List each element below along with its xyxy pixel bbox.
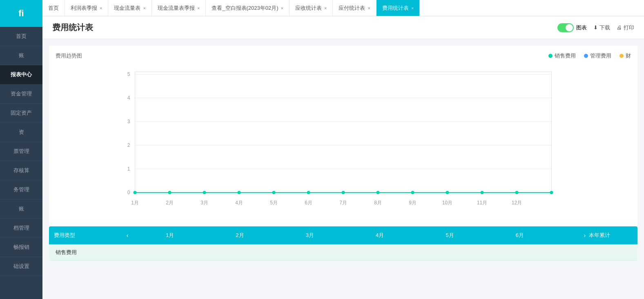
- sidebar-item-ledger[interactable]: 账: [0, 199, 42, 219]
- table-header: 费用类型 ‹ 1月 2月 3月 4月 5月 6月 › 本年累计: [49, 226, 637, 244]
- page-title: 费用统计表: [52, 22, 93, 33]
- th-total: › 本年累计: [555, 232, 637, 239]
- tab-bar: 首页 利润表季报 × 现金流量表 × 现金流量表季报 × 查看_空白报表(202…: [42, 0, 644, 16]
- svg-point-21: [411, 191, 414, 194]
- sidebar-item-reports[interactable]: 报表中心: [0, 65, 42, 84]
- svg-text:3月: 3月: [201, 200, 208, 206]
- sidebar-item-expense[interactable]: 畅报销: [0, 238, 42, 257]
- tab-cashflow-quarterly[interactable]: 现金流量表季报 ×: [152, 0, 206, 16]
- sidebar-item-inventory[interactable]: 存核算: [0, 161, 42, 180]
- svg-point-20: [377, 191, 380, 194]
- svg-text:9月: 9月: [409, 200, 417, 206]
- content-area: 费用统计表 图表 ⬇ 下载 🖨 打印 费用趋势图: [42, 16, 644, 299]
- legend-label-admin: 管理费用: [590, 52, 611, 60]
- svg-point-24: [515, 191, 519, 194]
- tab-close-receivable[interactable]: ×: [324, 6, 327, 11]
- tab-cashflow[interactable]: 现金流量表 ×: [108, 0, 152, 16]
- legend-label-finance: 财: [626, 52, 631, 60]
- legend-sales: 销售费用: [548, 52, 576, 60]
- svg-point-15: [203, 191, 206, 194]
- svg-text:7月: 7月: [339, 200, 347, 206]
- svg-text:0: 0: [127, 190, 130, 195]
- print-button[interactable]: 🖨 打印: [617, 24, 634, 31]
- tab-close-cashflow[interactable]: ×: [143, 6, 145, 11]
- svg-text:3: 3: [127, 119, 130, 124]
- svg-rect-12: [135, 72, 552, 194]
- sidebar: fi 首页 账 报表中心 资金管理 固定资产 资 票管理 存核算 务管理 账 档…: [0, 0, 42, 299]
- table-row: 销售费用: [49, 244, 637, 261]
- svg-point-25: [550, 191, 553, 194]
- tab-close-profit-quarterly[interactable]: ×: [100, 6, 102, 11]
- tab-close-payable[interactable]: ×: [368, 6, 370, 11]
- print-icon: 🖨: [617, 24, 622, 31]
- page-header: 费用统计表 图表 ⬇ 下载 🖨 打印: [42, 16, 644, 39]
- header-actions: 图表 ⬇ 下载 🖨 打印: [557, 23, 634, 32]
- sidebar-item-home[interactable]: 首页: [0, 27, 42, 46]
- data-table-section: 费用类型 ‹ 1月 2月 3月 4月 5月 6月 › 本年累计 销售费用: [49, 226, 637, 261]
- chart-header: 费用趋势图 销售费用 管理费用 财: [56, 52, 631, 60]
- sidebar-item-settings[interactable]: 础设置: [0, 257, 42, 276]
- sidebar-item-service[interactable]: 务管理: [0, 180, 42, 199]
- th-month-4: 4月: [345, 232, 415, 239]
- download-button[interactable]: ⬇ 下载: [593, 24, 610, 31]
- svg-text:1: 1: [127, 166, 130, 172]
- sidebar-item-assets[interactable]: 固定资产: [0, 104, 42, 123]
- sidebar-item-archive[interactable]: 档管理: [0, 219, 42, 238]
- tab-payable[interactable]: 应付统计表 ×: [333, 0, 376, 16]
- sidebar-logo: fi: [0, 0, 42, 27]
- sidebar-item-account[interactable]: 账: [0, 46, 42, 65]
- tab-profit-quarterly[interactable]: 利润表季报 ×: [65, 0, 108, 16]
- tab-receivable[interactable]: 应收统计表 ×: [290, 0, 333, 16]
- svg-text:2: 2: [127, 142, 130, 148]
- legend-dot-sales: [548, 54, 553, 58]
- legend-dot-finance: [619, 54, 624, 58]
- svg-text:11月: 11月: [477, 200, 487, 206]
- sidebar-item-fund[interactable]: 资金管理: [0, 84, 42, 104]
- next-month-arrow[interactable]: ›: [582, 232, 587, 239]
- svg-point-14: [168, 191, 172, 194]
- svg-point-18: [307, 191, 310, 194]
- tab-close-expense-stats[interactable]: ×: [411, 6, 414, 11]
- main-area: 首页 利润表季报 × 现金流量表 × 现金流量表季报 × 查看_空白报表(202…: [42, 0, 644, 299]
- svg-text:4: 4: [127, 95, 130, 101]
- tab-expense-stats[interactable]: 费用统计表 ×: [377, 0, 420, 16]
- chart-legend: 销售费用 管理费用 财: [548, 52, 631, 60]
- trend-chart: 5 4 3 2 1 0: [56, 64, 631, 219]
- prev-month-arrow[interactable]: ‹: [125, 232, 130, 239]
- th-month-6: 6月: [485, 232, 555, 239]
- sidebar-item-invoice[interactable]: 票管理: [0, 142, 42, 161]
- svg-text:5月: 5月: [270, 200, 278, 206]
- tab-close-cashflow-quarterly[interactable]: ×: [197, 6, 200, 11]
- chart-title: 费用趋势图: [56, 52, 82, 60]
- svg-text:6月: 6月: [305, 200, 312, 206]
- tab-close-blank-report[interactable]: ×: [281, 6, 283, 11]
- svg-point-13: [134, 191, 137, 194]
- svg-text:5: 5: [127, 71, 130, 77]
- svg-point-16: [238, 191, 241, 194]
- legend-admin: 管理费用: [584, 52, 611, 60]
- chart-container: 5 4 3 2 1 0: [56, 64, 631, 220]
- svg-point-19: [342, 191, 345, 194]
- svg-point-17: [272, 191, 276, 194]
- legend-finance: 财: [619, 52, 631, 60]
- svg-text:2月: 2月: [166, 200, 174, 206]
- svg-text:1月: 1月: [131, 200, 139, 206]
- svg-point-23: [481, 191, 484, 194]
- tab-home[interactable]: 首页: [42, 0, 65, 16]
- th-month-2: 2月: [205, 232, 275, 239]
- tab-blank-report[interactable]: 查看_空白报表(2023年02月) ×: [206, 0, 290, 16]
- svg-text:12月: 12月: [512, 200, 522, 206]
- th-type: 费用类型 ‹: [49, 232, 135, 239]
- sidebar-item-resource[interactable]: 资: [0, 123, 42, 142]
- svg-text:10月: 10月: [442, 200, 452, 206]
- chart-toggle[interactable]: [557, 23, 574, 32]
- th-month-1: 1月: [135, 232, 205, 239]
- svg-text:8月: 8月: [374, 200, 382, 206]
- th-month-3: 3月: [275, 232, 345, 239]
- legend-dot-admin: [584, 54, 588, 58]
- chart-toggle-wrap: 图表: [557, 23, 587, 32]
- legend-label-sales: 销售费用: [555, 52, 576, 60]
- download-icon: ⬇: [593, 24, 598, 31]
- svg-text:4月: 4月: [235, 200, 243, 206]
- th-month-5: 5月: [415, 232, 485, 239]
